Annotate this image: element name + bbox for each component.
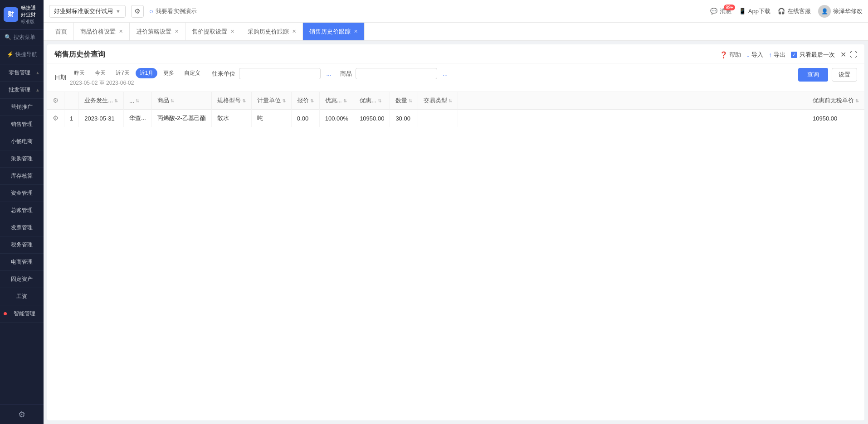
sidebar-item-3[interactable]: 销售管理 <box>0 116 44 133</box>
sort-icon-quantity[interactable]: ⇅ <box>409 98 412 103</box>
tab-label-3: 售价提取设置 <box>192 28 227 36</box>
th-price[interactable]: 报价⇅ <box>291 92 319 110</box>
user-info[interactable]: 👤 徐泽华修改 <box>818 5 863 18</box>
only-last-checkbox[interactable]: ✓ <box>791 52 797 58</box>
sidebar-item-7[interactable]: 资金管理 <box>0 185 44 202</box>
table-row[interactable]: ⚙12023-05-31华查...丙烯酸-2-乙基己酯散水吨0.00100.00… <box>47 110 864 127</box>
settings-button[interactable]: 设置 <box>832 68 857 82</box>
th-discount2[interactable]: 优惠...⇅ <box>354 92 390 110</box>
sidebar-item-10[interactable]: 税务管理 <box>0 236 44 254</box>
message-badge: 99+ <box>724 5 735 10</box>
help-button[interactable]: ❓ 帮助 <box>720 51 741 59</box>
sidebar-item-9[interactable]: 发票管理 <box>0 219 44 236</box>
sort-icon-discount2[interactable]: ⇅ <box>378 98 381 103</box>
version-select[interactable]: 好业财标准版交付试用 ▼ <box>49 5 126 18</box>
sidebar-bottom-settings[interactable]: ⚙ <box>0 405 44 424</box>
tab-5[interactable]: 销售历史价跟踪✕ <box>303 23 365 41</box>
th-quantity[interactable]: 数量⇅ <box>390 92 418 110</box>
tab-1[interactable]: 商品价格设置✕ <box>74 23 130 41</box>
only-last-checkbox-group[interactable]: ✓ 只看最后一次 <box>791 51 835 59</box>
sidebar-item-12[interactable]: 固定资产 <box>0 271 44 288</box>
sidebar-item-13[interactable]: 工资 <box>0 288 44 305</box>
td-business_date-0: 2023-05-31 <box>79 110 124 127</box>
page-header: 销售历史价查询 ❓ 帮助 ↓ 导入 ↑ 导出 ✓ 只看最后一次 <box>47 44 864 63</box>
query-button[interactable]: 查询 <box>798 68 828 82</box>
product-input[interactable] <box>356 68 437 79</box>
tab-4[interactable]: 采购历史价跟踪✕ <box>241 23 303 41</box>
tab-0[interactable]: 首页 <box>49 23 74 41</box>
sidebar-item-4[interactable]: 小畅电商 <box>0 133 44 150</box>
app-download-button[interactable]: 📱 App下载 <box>739 7 770 15</box>
sidebar-item-2[interactable]: 营销推广 <box>0 99 44 116</box>
sort-icon-unit[interactable]: ⇅ <box>282 98 286 103</box>
sidebar-item-label-5: 采购管理 <box>4 155 40 163</box>
supplier-input[interactable] <box>239 68 321 79</box>
sort-icon-pre_tax_price[interactable]: ⇅ <box>855 98 859 103</box>
tab-3[interactable]: 售价提取设置✕ <box>185 23 241 41</box>
tab-2[interactable]: 进价策略设置✕ <box>130 23 185 41</box>
date-btn-2[interactable]: 近7天 <box>112 68 134 78</box>
date-btn-1[interactable]: 今天 <box>91 68 110 78</box>
sort-icon-business_date[interactable]: ⇅ <box>114 98 118 103</box>
tab-close-4[interactable]: ✕ <box>292 29 296 34</box>
sort-icon-price[interactable]: ⇅ <box>310 98 314 103</box>
message-button[interactable]: 💬 消息 99+ <box>710 7 731 15</box>
tab-close-5[interactable]: ✕ <box>354 29 358 34</box>
tab-close-2[interactable]: ✕ <box>175 29 179 34</box>
sort-icon-product[interactable]: ⇅ <box>171 98 174 103</box>
row-gear-icon-0[interactable]: ⚙ <box>53 114 59 122</box>
table-gear-icon[interactable]: ⚙ <box>53 96 59 104</box>
sort-icon-col3[interactable]: ⇅ <box>136 98 139 103</box>
supplier-label: 往来单位 <box>212 70 235 78</box>
table-header-row: ⚙业务发生...⇅...⇅商品⇅规格型号⇅计量单位⇅报价⇅优惠...⇅优惠...… <box>47 92 864 110</box>
th-trade_type[interactable]: 交易类型⇅ <box>418 92 458 110</box>
sort-icon-discount1[interactable]: ⇅ <box>343 98 347 103</box>
service-button[interactable]: 🎧 在线客服 <box>778 7 811 15</box>
sidebar-items: 零售管理▲批发管理▲营销推广销售管理小畅电商采购管理库存核算资金管理总账管理发票… <box>0 64 44 323</box>
product-dots[interactable]: ... <box>441 69 449 78</box>
sidebar-item-11[interactable]: 电商管理 <box>0 254 44 271</box>
sidebar-item-1[interactable]: 批发管理▲ <box>0 82 44 99</box>
sidebar-item-14[interactable]: 智能管理 <box>0 305 44 323</box>
tab-close-3[interactable]: ✕ <box>230 29 234 34</box>
sidebar-item-6[interactable]: 库存核算 <box>0 168 44 185</box>
date-btn-3[interactable]: 近1月 <box>136 68 158 78</box>
th-discount1[interactable]: 优惠...⇅ <box>319 92 354 110</box>
sidebar-search-label: 搜索菜单 <box>14 34 35 41</box>
demo-label: 我要看实例演示 <box>156 7 197 15</box>
sort-icon-spec[interactable]: ⇅ <box>242 98 246 103</box>
th-label-spec: 规格型号 <box>217 96 241 105</box>
th-spec[interactable]: 规格型号⇅ <box>211 92 251 110</box>
expand-window-button[interactable]: ⛶ <box>850 51 857 59</box>
th-pre_tax_price[interactable]: 优惠前无税单价⇅ <box>807 92 865 110</box>
sidebar-item-5[interactable]: 采购管理 <box>0 150 44 168</box>
export-button[interactable]: ↑ 导出 <box>769 51 785 59</box>
th-product[interactable]: 商品⇅ <box>151 92 211 110</box>
sidebar-nav[interactable]: ⚡ 快捷导航 <box>0 45 44 64</box>
sidebar-item-label-12: 固定资产 <box>4 275 40 283</box>
demo-button[interactable]: ○ 我要看实例演示 <box>149 7 197 15</box>
gear-button[interactable]: ⚙ <box>131 5 144 18</box>
export-label: 导出 <box>774 51 785 59</box>
th-unit[interactable]: 计量单位⇅ <box>251 92 291 110</box>
tab-label-5: 销售历史价跟踪 <box>309 28 351 36</box>
sidebar-item-8[interactable]: 总账管理 <box>0 202 44 219</box>
data-table: ⚙业务发生...⇅...⇅商品⇅规格型号⇅计量单位⇅报价⇅优惠...⇅优惠...… <box>47 92 864 127</box>
import-button[interactable]: ↓ 导入 <box>746 51 763 59</box>
th-col3[interactable]: ...⇅ <box>124 92 152 110</box>
th-business_date[interactable]: 业务发生...⇅ <box>79 92 124 110</box>
close-window-button[interactable]: ✕ <box>840 50 846 59</box>
sidebar-search[interactable]: 🔍 搜索菜单 <box>0 30 44 45</box>
tab-close-1[interactable]: ✕ <box>119 29 123 34</box>
main-area: 好业财标准版交付试用 ▼ ⚙ ○ 我要看实例演示 💬 消息 99+ 📱 App下… <box>44 0 868 424</box>
supplier-dots[interactable]: ... <box>324 69 333 78</box>
date-btn-0[interactable]: 昨天 <box>70 68 89 78</box>
sort-icon-trade_type[interactable]: ⇅ <box>449 98 452 103</box>
th-label-discount1: 优惠... <box>325 96 342 105</box>
date-btn-4[interactable]: 更多 <box>159 68 178 78</box>
sidebar-item-0[interactable]: 零售管理▲ <box>0 64 44 82</box>
tab-label-2: 进价策略设置 <box>136 28 171 36</box>
sidebar-item-label-9: 发票管理 <box>4 224 40 231</box>
app-icon: 📱 <box>739 8 746 14</box>
date-btn-5[interactable]: 自定义 <box>180 68 205 78</box>
